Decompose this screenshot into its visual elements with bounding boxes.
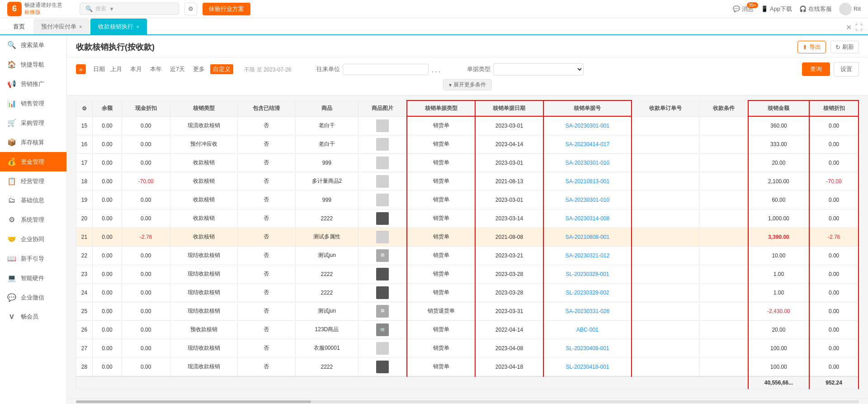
cell-wo-bill-no[interactable]: SA-20210813-001 [543, 172, 632, 190]
headset-icon: 🎧 [799, 5, 807, 12]
filter-expand-button[interactable]: » [76, 64, 86, 74]
sidebar-item-system[interactable]: ⚙ 系统管理 [0, 210, 66, 229]
date-custom[interactable]: 自定义 [210, 64, 233, 74]
date-this-month[interactable]: 本月 [127, 64, 145, 74]
close-tab-icon[interactable]: ✕ [846, 23, 852, 32]
sidebar-item-marketing[interactable]: 📢 营销推广 [0, 74, 66, 94]
bill-no-link[interactable]: SA-20230314-008 [566, 215, 609, 222]
table-container[interactable]: ⚙ 余额 现金折扣 核销类型 包含已结清 商品 商品图片 核销单据类型 核销单据… [67, 95, 868, 399]
sidebar-item-enterprise[interactable]: 🤝 企业协同 [0, 229, 66, 249]
partner-dots[interactable]: ... [431, 64, 442, 75]
cell-wo-bill-no[interactable]: SA-20230301-010 [543, 190, 632, 209]
tab-home[interactable]: 首页 [5, 19, 33, 34]
tab-collection[interactable]: 收款核销执行 × [90, 19, 146, 34]
cell-wo-bill-no[interactable]: SL-20230328-001 [543, 265, 632, 283]
bill-no-link[interactable]: ABC-001 [576, 327, 599, 333]
cell-num: 23 [76, 265, 93, 283]
cell-balance: 0.00 [93, 190, 122, 209]
cell-balance: 0.00 [93, 357, 122, 376]
date-last-month[interactable]: 上月 [108, 64, 125, 74]
settings-icon[interactable]: ⚙ [184, 3, 197, 15]
cell-balance: 0.00 [93, 172, 122, 190]
filter-settings-button[interactable]: 设置 [834, 62, 859, 76]
cell-wo-bill-date: 2023-03-28 [475, 283, 543, 302]
close-prepay-icon[interactable]: × [79, 24, 82, 29]
page-title: 收款核销执行(按收款) [76, 42, 155, 52]
sidebar-item-guide[interactable]: 📖 新手引导 [0, 249, 66, 268]
cell-wo-bill-date: 2023-04-14 [475, 135, 543, 153]
sidebar-item-wechat[interactable]: 💬 企业微信 [0, 288, 66, 307]
maximize-icon[interactable]: ⛶ [855, 24, 863, 32]
sidebar-item-member[interactable]: V 畅会员 [0, 307, 66, 326]
cell-wo-bill-no[interactable]: SL-20230408-001 [543, 339, 632, 357]
cell-include-settled: 否 [237, 339, 295, 357]
tab-prepay[interactable]: 预付冲应付单 × [33, 19, 90, 34]
message-button[interactable]: 💬 消息 99+ [733, 5, 754, 13]
scroll-thumb[interactable] [76, 400, 311, 403]
bill-no-link[interactable]: SA-20230301-010 [566, 160, 609, 166]
query-button[interactable]: 查询 [802, 62, 830, 76]
cell-wo-bill-no[interactable]: ABC-001 [543, 320, 632, 339]
industry-button[interactable]: 休验行业方案 [203, 3, 250, 15]
cell-receipt-condition [699, 339, 748, 357]
cell-wo-bill-type: 销货单 [407, 172, 475, 190]
bill-no-link[interactable]: SL-20230328-002 [566, 290, 609, 296]
bill-no-link[interactable]: SA-20230331-026 [566, 308, 609, 314]
date-this-year[interactable]: 本年 [147, 64, 165, 74]
sidebar-item-quick-nav[interactable]: 🏠 快捷导航 [0, 55, 66, 74]
message-badge: 99+ [747, 2, 758, 8]
chevron-down-icon: ▼ [109, 6, 114, 12]
sidebar-item-basic[interactable]: 🗂 基础信息 [0, 191, 66, 210]
close-collection-icon[interactable]: × [136, 24, 139, 29]
cell-wo-bill-no[interactable]: SA-20210808-001 [543, 228, 632, 246]
sidebar-item-hardware[interactable]: 💻 智能硬件 [0, 268, 66, 288]
expand-more-button[interactable]: ▾ 展开更多条件 [443, 79, 492, 90]
cell-include-settled: 否 [237, 209, 295, 228]
cell-wo-amount: 60.00 [748, 190, 810, 209]
date-7days[interactable]: 近7天 [167, 64, 188, 74]
export-button[interactable]: ⬆ 导出 [797, 41, 826, 53]
cell-wo-bill-no[interactable]: SA-20230331-026 [543, 302, 632, 320]
cell-receipt-order-no [632, 228, 699, 246]
bill-no-link[interactable]: SA-20230321-012 [566, 252, 609, 259]
bill-no-link[interactable]: SA-20230301-001 [566, 123, 609, 129]
cell-cash-discount: 0.00 [122, 302, 170, 320]
cell-write-off-type: 现流收款核销 [170, 116, 237, 135]
bill-no-link[interactable]: SA-20230301-010 [566, 197, 609, 203]
horizontal-scrollbar[interactable] [67, 399, 868, 404]
sidebar-item-search-menu[interactable]: 🔍 搜索菜单 [0, 35, 66, 55]
bill-no-link[interactable]: SA-20230414-017 [566, 141, 609, 147]
partner-input[interactable] [343, 64, 429, 75]
search-box[interactable]: 🔍 搜索 ▼ [80, 3, 179, 15]
date-more[interactable]: 更多 [190, 64, 208, 74]
cell-wo-bill-no[interactable]: SL-20230328-002 [543, 283, 632, 302]
bill-no-link[interactable]: SL-20230418-001 [566, 364, 609, 370]
cell-cash-discount: 0.00 [122, 135, 170, 153]
bill-no-link[interactable]: SL-20230408-001 [566, 345, 609, 352]
cell-wo-bill-no[interactable]: SA-20230314-008 [543, 209, 632, 228]
receipt-type-select[interactable] [493, 63, 584, 76]
app-download-button[interactable]: 📱 App下载 [761, 5, 792, 13]
cell-wo-bill-no[interactable]: SA-20230414-017 [543, 135, 632, 153]
th-settings[interactable]: ⚙ [76, 100, 93, 116]
cell-wo-discount: 0.00 [809, 357, 859, 376]
sidebar-item-sales[interactable]: 📊 销售管理 [0, 94, 66, 113]
expand-more-row: ▾ 展开更多条件 [76, 79, 859, 90]
cell-wo-bill-no[interactable]: SA-20230301-001 [543, 116, 632, 135]
sidebar-item-operation[interactable]: 📋 经营管理 [0, 171, 66, 191]
cell-wo-bill-no[interactable]: SA-20230301-010 [543, 153, 632, 172]
bill-no-link[interactable]: SL-20230328-001 [566, 271, 609, 277]
bill-no-link[interactable]: SA-20210808-001 [566, 234, 609, 240]
cell-wo-bill-no[interactable]: SA-20230321-012 [543, 246, 632, 265]
refresh-button[interactable]: ↻ 刷新 [830, 41, 859, 53]
cell-wo-bill-no[interactable]: SL-20230418-001 [543, 357, 632, 376]
cell-receipt-condition [699, 228, 748, 246]
sidebar-item-finance[interactable]: 💰 资金管理 [0, 152, 66, 171]
online-service-button[interactable]: 🎧 在线客服 [799, 5, 832, 13]
table-footer-row: 40,556,66... 952.24 [76, 376, 859, 389]
bill-no-link[interactable]: SA-20210813-001 [566, 178, 609, 185]
user-menu[interactable]: Rit [839, 3, 861, 15]
sidebar-item-purchase[interactable]: 🛒 采购管理 [0, 113, 66, 133]
cell-balance: 0.00 [93, 209, 122, 228]
sidebar-item-inventory[interactable]: 📦 库存核算 [0, 133, 66, 152]
